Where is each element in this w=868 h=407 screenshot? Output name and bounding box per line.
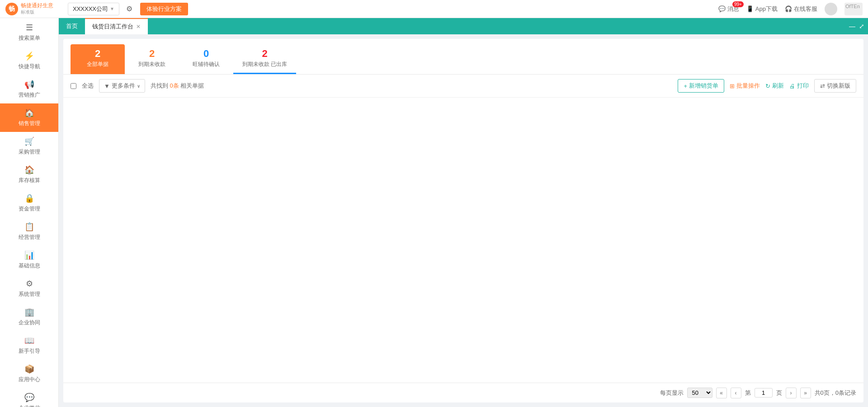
app-download-button[interactable]: 📱 App下载	[746, 5, 778, 13]
sidebar-item-purchase[interactable]: 🛒 采购管理	[0, 132, 58, 160]
sidebar-item-basic-info[interactable]: 📊 基础信息	[0, 246, 58, 274]
next-icon: ›	[790, 390, 792, 396]
sidebar-item-app-center[interactable]: 📦 应用中心	[0, 360, 58, 388]
sidebar-label-basic-info: 基础信息	[19, 262, 40, 270]
tab-actions: — ⤢	[849, 23, 868, 30]
messages-button[interactable]: 💬 消息 99+	[718, 5, 739, 13]
switch-icon: ⇄	[820, 83, 825, 89]
refresh-button[interactable]: ↻ 刷新	[765, 82, 784, 90]
sidebar-label-guide: 新手引导	[19, 347, 40, 355]
tab-cashflow[interactable]: 钱货日清工作台 ✕	[85, 18, 148, 34]
download-icon: 📱	[746, 5, 754, 12]
tab-close-icon[interactable]: ✕	[136, 23, 141, 30]
sidebar-item-sales[interactable]: 🏠 销售管理	[0, 103, 58, 132]
prev-page-button[interactable]: ‹	[731, 388, 741, 398]
sidebar-item-search[interactable]: ☰ 搜索菜单	[0, 18, 58, 47]
guide-icon: 📖	[24, 336, 34, 346]
sidebar-label-weixin: 企业微信	[19, 404, 40, 407]
stat-tab-all[interactable]: 2 全部单据	[71, 44, 125, 74]
sidebar-item-guide[interactable]: 📖 新手引导	[0, 331, 58, 360]
nav-tabs-bar: 首页 钱货日清工作台 ✕ — ⤢	[59, 18, 868, 34]
purchase-icon: 🛒	[24, 136, 34, 146]
sidebar-item-finance[interactable]: 🔒 资金管理	[0, 189, 58, 217]
per-page-label: 每页显示	[660, 389, 684, 397]
minimize-icon[interactable]: —	[849, 23, 855, 30]
first-page-icon: «	[720, 390, 723, 396]
top-header: 畅 畅捷通好生意 标准版 XXXXXX公司 ▼ ⚙ 体验行业方案 💬 消息 99…	[0, 0, 868, 18]
logo-text: 畅捷通好生意	[21, 2, 53, 9]
filter-label: 更多条件	[112, 82, 135, 90]
maximize-icon[interactable]: ⤢	[859, 23, 864, 30]
logo-area: 畅 畅捷通好生意 标准版	[5, 2, 64, 16]
sidebar-item-quick-nav[interactable]: ⚡ 快捷导航	[0, 47, 58, 75]
avatar[interactable]	[825, 3, 837, 15]
found-count: 0条	[170, 82, 179, 89]
batch-button[interactable]: ⊞ 批量操作	[730, 82, 760, 90]
company-name: XXXXXX公司	[73, 5, 108, 13]
print-icon: 🖨	[789, 83, 795, 89]
found-text: 共找到 0条 相关单据	[151, 82, 204, 90]
sidebar-item-operations[interactable]: 📋 经营管理	[0, 217, 58, 246]
gear-icon: ⚙	[126, 5, 132, 13]
content-area: 2 全部单据 2 到期未收款 0 旺辅待确认 2 到期未收款 已出库 全选 ▼ …	[63, 39, 863, 402]
operations-icon: 📋	[24, 222, 34, 232]
add-sales-label: 新增销货单	[689, 82, 718, 90]
filter-button[interactable]: ▼ 更多条件 ∨	[99, 79, 145, 93]
first-page-button[interactable]: «	[716, 388, 727, 398]
search-icon: ☰	[26, 23, 33, 33]
stat-num-shipped: 2	[242, 48, 287, 60]
sidebar: ☰ 搜索菜单 ⚡ 快捷导航 📢 营销推广 🏠 销售管理 🛒 采购管理 🏠 库存核…	[0, 18, 59, 407]
toolbar-right: + 新增销货单 ⊞ 批量操作 ↻ 刷新 🖨 打印 ⇄ 切换新版	[678, 79, 856, 93]
stat-num-all: 2	[80, 48, 116, 60]
last-page-icon: »	[804, 390, 807, 396]
sidebar-item-system[interactable]: ⚙ 系统管理	[0, 274, 58, 303]
filter-icon: ▼	[104, 83, 110, 89]
company-selector[interactable]: XXXXXX公司 ▼	[68, 3, 119, 15]
sidebar-label-app-center: 应用中心	[19, 376, 40, 384]
tab-cashflow-label: 钱货日清工作台	[92, 23, 133, 31]
sidebar-label-operations: 经营管理	[19, 234, 40, 241]
sidebar-label-search: 搜索菜单	[19, 34, 40, 42]
per-page-select[interactable]: 50 100 200	[687, 388, 712, 398]
stat-tab-wangwang[interactable]: 0 旺辅待确认	[179, 44, 233, 74]
add-sales-button[interactable]: + 新增销货单	[678, 79, 724, 93]
plus-icon: +	[684, 83, 687, 89]
page-input[interactable]	[755, 388, 773, 398]
pagination-bar: 每页显示 50 100 200 « ‹ 第 页 › » 共0页，0条记录	[63, 383, 863, 402]
batch-icon: ⊞	[730, 83, 735, 89]
settings-button[interactable]: ⚙	[123, 3, 136, 15]
sidebar-item-enterprise[interactable]: 🏢 企业协同	[0, 303, 58, 331]
inventory-icon: 🏠	[24, 165, 34, 175]
stats-tabs: 2 全部单据 2 到期未收款 0 旺辅待确认 2 到期未收款 已出库	[63, 39, 863, 75]
finance-icon: 🔒	[24, 193, 34, 203]
sidebar-label-purchase: 采购管理	[19, 148, 40, 156]
weixin-icon: 💬	[24, 393, 34, 402]
chevron-down-icon: ▼	[110, 6, 114, 11]
sidebar-item-marketing[interactable]: 📢 营销推广	[0, 75, 58, 103]
stat-tab-overdue[interactable]: 2 到期未收款	[125, 44, 179, 74]
switch-version-button[interactable]: ⇄ 切换新版	[814, 79, 856, 93]
trial-button[interactable]: 体验行业方案	[140, 3, 188, 15]
page-label: 第	[745, 389, 751, 397]
prev-icon: ‹	[735, 390, 737, 396]
last-page-button[interactable]: »	[800, 388, 811, 398]
sidebar-item-inventory[interactable]: 🏠 库存核算	[0, 160, 58, 189]
stat-label-wangwang: 旺辅待确认	[188, 61, 224, 68]
stat-tab-shipped[interactable]: 2 到期未收款 已出库	[233, 44, 296, 74]
main-content: 2 全部单据 2 到期未收款 0 旺辅待确认 2 到期未收款 已出库 全选 ▼ …	[59, 34, 868, 407]
next-page-button[interactable]: ›	[786, 388, 797, 398]
chevron-down-icon: ∨	[137, 84, 140, 89]
total-text: 共0页，0条记录	[815, 389, 856, 397]
page-label-end: 页	[776, 389, 782, 397]
table-area	[63, 98, 863, 383]
online-service-button[interactable]: 🎧 在线客服	[785, 5, 817, 13]
print-button[interactable]: 🖨 打印	[789, 82, 809, 90]
sidebar-item-weixin[interactable]: 💬 企业微信	[0, 388, 58, 407]
marketing-icon: 📢	[24, 80, 34, 89]
sidebar-label-enterprise: 企业协同	[19, 319, 40, 327]
toolbar: 全选 ▼ 更多条件 ∨ 共找到 0条 相关单据 + 新增销货单 ⊞ 批量操作	[63, 75, 863, 98]
select-all-checkbox[interactable]	[71, 83, 76, 89]
app-download-label: App下载	[755, 5, 778, 13]
user-name: OfTEn	[844, 3, 863, 15]
tab-home[interactable]: 首页	[59, 18, 85, 34]
